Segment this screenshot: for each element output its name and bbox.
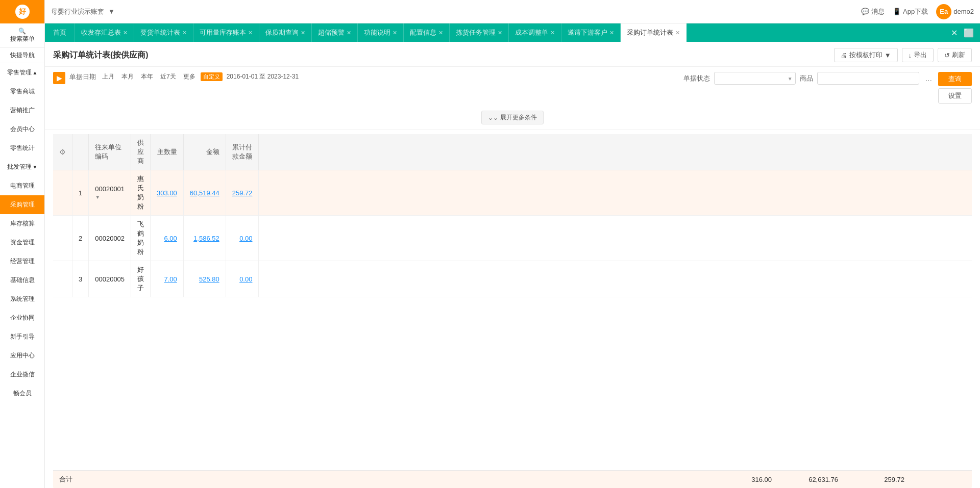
tab-cost-adjust[interactable]: 成本调整单 ✕	[509, 23, 561, 42]
shortcut-last-month[interactable]: 上月	[100, 72, 116, 82]
export-button[interactable]: ↓ 导出	[902, 48, 934, 62]
tab-available-stock-close[interactable]: ✕	[248, 30, 253, 36]
row-3-qty-link[interactable]: 7.00	[164, 275, 177, 283]
sidebar-wholesale-label: 批发管理	[7, 163, 32, 171]
tab-invite-customer[interactable]: 邀请下游客户 ✕	[561, 23, 621, 42]
expand-icon: ⌄⌄	[488, 114, 498, 121]
tab-pick-task[interactable]: 拣货任务管理 ✕	[450, 23, 509, 42]
tab-home[interactable]: 首页	[45, 23, 75, 42]
tab-receive-pay-close[interactable]: ✕	[123, 30, 128, 36]
tab-order-stats[interactable]: 要货单统计表 ✕	[134, 23, 193, 42]
sidebar-item-vip[interactable]: 畅会员	[0, 384, 44, 403]
row-3-paid-link[interactable]: 0.00	[239, 275, 252, 283]
shortcut-more[interactable]: 更多	[181, 72, 198, 82]
sidebar-item-app-center[interactable]: 应用中心	[0, 346, 44, 365]
sidebar-item-membership[interactable]: 会员中心	[0, 120, 44, 139]
tab-pick-task-close[interactable]: ✕	[498, 30, 502, 36]
sidebar-item-purchase[interactable]: 采购管理	[0, 195, 44, 214]
sidebar-item-quick-nav[interactable]: 快捷导航	[0, 48, 44, 63]
tab-receive-pay-label: 收发存汇总表	[81, 28, 121, 37]
tab-purchase-stats[interactable]: 采购订单统计表 ✕	[621, 23, 687, 42]
tab-order-stats-close[interactable]: ✕	[182, 30, 187, 36]
tab-overstock-warning-close[interactable]: ✕	[347, 30, 351, 36]
footer-amount: 62,631.76	[772, 476, 838, 483]
row-2-amount: 1,586.52	[183, 216, 226, 261]
sidebar-newbie-label: 新手引导	[10, 332, 35, 341]
col-unit-code-header: 往来单位编码	[89, 134, 131, 170]
app-download-label: App下载	[903, 7, 928, 16]
row-2-extra	[259, 216, 972, 261]
sidebar-item-wholesale[interactable]: 批发管理 ▼	[0, 158, 44, 176]
sidebar-item-ecommerce[interactable]: 电商管理	[0, 176, 44, 195]
sidebar-item-inventory[interactable]: 库存核算	[0, 214, 44, 233]
tab-purchase-stats-close[interactable]: ✕	[675, 30, 680, 36]
tab-overstock-warning[interactable]: 超储预警 ✕	[312, 23, 358, 42]
export-icon: ↓	[909, 52, 912, 59]
sidebar-item-newbie[interactable]: 新手引导	[0, 327, 44, 346]
sidebar-item-system[interactable]: 系统管理	[0, 290, 44, 309]
table-header-row: ⚙ 往来单位编码 供应商 主数量 金额	[53, 134, 972, 170]
tab-expiry-query-label: 保质期查询	[265, 28, 299, 37]
query-button[interactable]: 查询	[938, 72, 972, 86]
tab-cost-adjust-close[interactable]: ✕	[550, 30, 555, 36]
tab-function-desc[interactable]: 功能说明 ✕	[358, 23, 404, 42]
sidebar-item-cooperation[interactable]: 企业协同	[0, 309, 44, 327]
row-1-qty-link[interactable]: 303.00	[157, 189, 177, 197]
row-3-unit-code: 00020005	[89, 261, 131, 297]
goods-more-button[interactable]: ...	[923, 74, 934, 83]
sidebar-membership-label: 会员中心	[10, 125, 35, 134]
tab-expiry-query[interactable]: 保质期查询 ✕	[259, 23, 312, 42]
sidebar-item-retail[interactable]: 零售管理 ▲	[0, 63, 44, 82]
sidebar-item-retail-mall[interactable]: 零售商城	[0, 82, 44, 101]
print-template-button[interactable]: 🖨 按模板打印 ▼	[834, 48, 898, 62]
filter-row-2: ⌄⌄ 展开更多条件	[53, 107, 972, 124]
tab-receive-pay[interactable]: 收发存汇总表 ✕	[75, 23, 134, 42]
messages-button[interactable]: 💬 消息	[861, 7, 885, 16]
row-1-expand-icon[interactable]: ▼	[95, 194, 100, 200]
goods-input[interactable]	[817, 72, 919, 85]
sidebar-item-retail-stats[interactable]: 零售统计	[0, 139, 44, 158]
shortcut-this-month[interactable]: 本月	[119, 72, 136, 82]
row-2-qty-link[interactable]: 6.00	[164, 235, 177, 242]
row-2-amount-link[interactable]: 1,586.52	[193, 235, 219, 242]
row-3-amount-link[interactable]: 525.80	[199, 275, 219, 283]
user-menu[interactable]: Ea demo2	[936, 4, 974, 19]
sidebar-item-finance[interactable]: 资金管理	[0, 233, 44, 252]
sidebar-item-basic[interactable]: 基础信息	[0, 271, 44, 290]
row-2-paid-link[interactable]: 0.00	[239, 235, 252, 242]
sidebar-item-wechat[interactable]: 企业微信	[0, 365, 44, 384]
app-download-button[interactable]: 📱 App下载	[893, 7, 928, 16]
status-select[interactable]	[714, 72, 796, 85]
tab-function-desc-close[interactable]: ✕	[393, 30, 397, 36]
tab-order-stats-label: 要货单统计表	[140, 28, 180, 37]
page-header: 采购订单统计表(按供应商) 🖨 按模板打印 ▼ ↓ 导出 ↺ 刷新	[45, 42, 980, 67]
row-1-paid-link[interactable]: 259.72	[232, 189, 253, 197]
sidebar-item-operation[interactable]: 经营管理	[0, 252, 44, 271]
shortcut-this-year[interactable]: 本年	[139, 72, 155, 82]
sidebar-nav-label: 快捷导航	[10, 52, 35, 59]
sidebar-item-marketing[interactable]: 营销推广	[0, 101, 44, 120]
sidebar: 好 🔍 搜索菜单 快捷导航 零售管理 ▲ 零售商城 营销推广 会员中心 零售统计…	[0, 0, 45, 488]
tab-config-info[interactable]: 配置信息 ✕	[404, 23, 450, 42]
row-1-amount-link[interactable]: 60,519.44	[190, 189, 219, 197]
col-paid-header: 累计付款金额	[226, 134, 259, 170]
column-settings-icon[interactable]: ⚙	[59, 148, 66, 156]
tab-close-all-button[interactable]: ✕	[949, 27, 960, 39]
date-label: 单据日期	[69, 72, 96, 82]
tab-config-info-close[interactable]: ✕	[438, 30, 443, 36]
expand-more-button[interactable]: ⌄⌄ 展开更多条件	[481, 111, 544, 124]
filter-toggle-button[interactable]: ▶	[53, 72, 65, 84]
tab-expiry-query-close[interactable]: ✕	[301, 30, 305, 36]
refresh-button[interactable]: ↺ 刷新	[938, 48, 972, 62]
sidebar-ecommerce-label: 电商管理	[10, 182, 35, 190]
sidebar-item-search[interactable]: 🔍 搜索菜单	[0, 23, 44, 48]
tab-available-stock[interactable]: 可用量库存账本 ✕	[193, 23, 259, 42]
row-3-main-qty: 7.00	[151, 261, 184, 297]
footer-label: 合计	[59, 475, 72, 484]
col-settings: ⚙	[53, 134, 72, 170]
settings-button[interactable]: 设置	[938, 88, 972, 104]
tab-available-stock-label: 可用量库存账本	[200, 28, 246, 37]
tab-invite-customer-close[interactable]: ✕	[609, 30, 614, 36]
tab-maximize-button[interactable]: ⬜	[962, 27, 976, 39]
shortcut-7days[interactable]: 近7天	[158, 72, 178, 82]
